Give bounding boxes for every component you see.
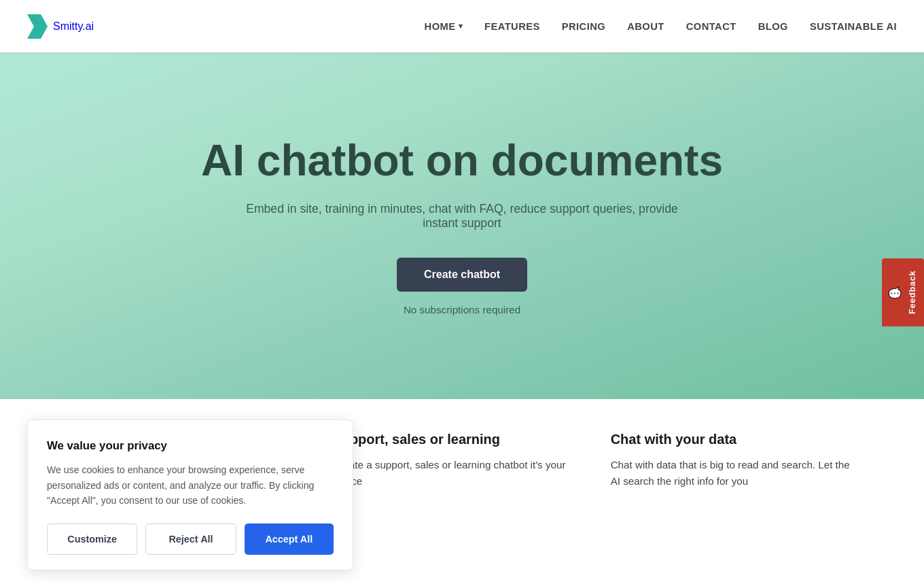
logo-icon: [27, 14, 48, 39]
nav-links: HOME ▾ FEATURES PRICING ABOUT CONTACT BL…: [425, 21, 897, 32]
cookie-description: We use cookies to enhance your browsing …: [47, 462, 334, 509]
no-subscription-text: No subscriptions required: [404, 304, 520, 315]
feedback-label: Feedback: [907, 270, 917, 313]
feature-desc-1: Create a support, sales or learning chat…: [332, 457, 572, 490]
nav-item-pricing[interactable]: PRICING: [562, 21, 605, 32]
feature-desc-2: Chat with data that is big to read and s…: [611, 457, 851, 490]
nav-item-sustainable-ai[interactable]: SUSTAINABLE AI: [810, 21, 897, 32]
svg-marker-0: [27, 14, 48, 39]
cookie-banner: We value your privacy We use cookies to …: [27, 419, 353, 540]
accept-all-button[interactable]: Accept All: [245, 523, 334, 540]
navbar: Smitty.ai HOME ▾ FEATURES PRICING ABOUT …: [0, 0, 924, 52]
create-chatbot-button[interactable]: Create chatbot: [397, 258, 527, 292]
chevron-down-icon: ▾: [459, 22, 463, 31]
hero-title: AI chatbot on documents: [201, 136, 723, 186]
feature-card-2: Chat with your data Chat with data that …: [592, 432, 870, 490]
nav-item-features[interactable]: FEATURES: [484, 21, 540, 32]
feature-title-1: Support, sales or learning: [332, 432, 572, 447]
cookie-title: We value your privacy: [47, 439, 334, 453]
cookie-buttons: Customize Reject All Accept All: [47, 523, 334, 540]
brand-name: Smitty.ai: [53, 20, 94, 33]
nav-item-about[interactable]: ABOUT: [627, 21, 664, 32]
feature-title-2: Chat with your data: [611, 432, 851, 447]
nav-item-home[interactable]: HOME ▾: [425, 21, 463, 32]
customize-button[interactable]: Customize: [47, 523, 137, 540]
feedback-icon: 💬: [889, 285, 902, 299]
feedback-tab[interactable]: 💬 Feedback: [882, 258, 924, 326]
feature-card-1: Support, sales or learning Create a supp…: [313, 432, 591, 490]
nav-item-blog[interactable]: BLOG: [758, 21, 788, 32]
reject-all-button[interactable]: Reject All: [145, 523, 236, 540]
brand-logo[interactable]: Smitty.ai: [27, 14, 94, 39]
hero-subtitle: Embed in site, training in minutes, chat…: [231, 202, 693, 230]
nav-item-contact[interactable]: CONTACT: [686, 21, 736, 32]
hero-section: AI chatbot on documents Embed in site, t…: [0, 52, 924, 399]
